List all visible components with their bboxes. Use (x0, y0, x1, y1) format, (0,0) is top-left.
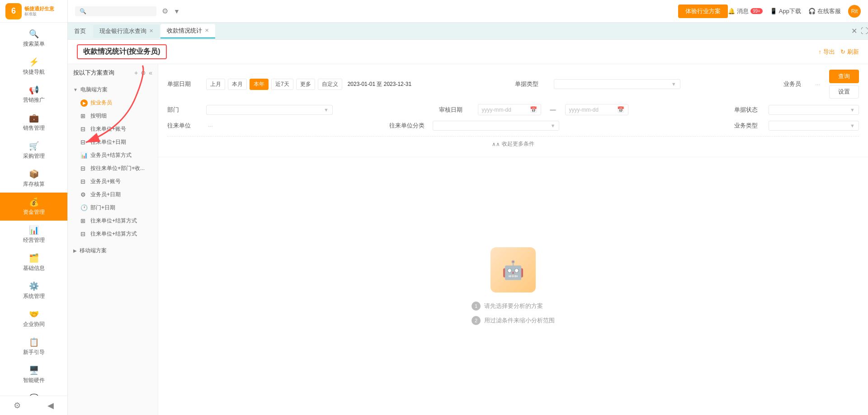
tab-receipt-stats[interactable]: 收款情况统计 ✕ (160, 24, 215, 38)
refresh-button[interactable]: ↻ 刷新 (840, 48, 859, 56)
sidebar-item-purchase[interactable]: 🛒 采购管理 (0, 137, 67, 165)
scheme-item-dept-date[interactable]: 🕐 部门+日期 (68, 201, 158, 214)
scheme-gear-icon[interactable]: ⚙ (141, 70, 146, 76)
sidebar-item-basic-label: 基础信息 (23, 264, 45, 272)
desktop-section-header[interactable]: ▼ 电脑端方案 (68, 83, 158, 96)
content-area: 收款情况统计(按业务员) ↑ 导出 ↻ 刷新 按以下方案查询 (68, 40, 868, 415)
topbar-search[interactable]: 🔍 (75, 6, 156, 16)
date-btn-last-month[interactable]: 上月 (206, 79, 225, 90)
monitor-icon: 🖥️ (29, 365, 39, 375)
counterparty-category-arrow: ▼ (551, 123, 556, 128)
briefcase-icon: 💼 (29, 113, 39, 123)
scheme-item-unit-account[interactable]: ⊟ 往来单位+账号 (68, 123, 158, 136)
voucher-status-arrow: ▼ (850, 107, 855, 113)
scheme-item-by-unit-dept[interactable]: ⊟ 按往来单位+部门+收... (68, 162, 158, 175)
close-window-icon[interactable]: ✕ (851, 27, 857, 35)
sidebar-item-wechat[interactable]: 💬 企业微信 (0, 389, 67, 396)
mobile-section-header[interactable]: ▶ 移动端方案 (68, 244, 158, 257)
date-label: 单据日期 (167, 80, 199, 88)
left-panel-actions: + ⚙ « (134, 69, 152, 76)
main-area: 🔍 ⚙ ▼ 体验行业方案 🔔 消息 99+ 📱 App下载 🎧 在线客服 (68, 0, 868, 415)
cart-icon: 🛒 (29, 141, 39, 151)
date-options: 上月 本月 本年 近7天 更多 自定义 2023-01-01 至 2023-12… (206, 79, 411, 90)
empty-step-1: 1 请先选择要分析的方案 (472, 302, 555, 311)
app-download-item[interactable]: 📱 App下载 (770, 7, 801, 15)
scheme-item-by-salesperson[interactable]: ▶ 按业务员 (68, 96, 158, 109)
sidebar-item-basic[interactable]: 🗂️ 基础信息 (0, 249, 67, 277)
trial-button[interactable]: 体验行业方案 (678, 5, 728, 18)
scheme-item-unit-date[interactable]: ⊟ 往来单位+日期 (68, 136, 158, 149)
table-icon-3: ⊟ (80, 165, 88, 172)
sidebar-item-marketing[interactable]: 📢 营销推广 (0, 80, 67, 108)
flash-icon: ⚡ (29, 57, 39, 67)
sidebar-item-finance[interactable]: 💰 资金管理 (0, 193, 67, 221)
review-date-to[interactable]: yyyy-mm-dd 📅 (565, 104, 628, 115)
body-layout: 按以下方案查询 + ⚙ « ▼ 电脑端方案 ▶ (68, 64, 868, 415)
scheme-item-label-unit-account: 往来单位+账号 (90, 125, 126, 133)
collapse-panel-icon[interactable]: « (149, 69, 152, 76)
tab-bank-flow[interactable]: 现金银行流水查询 ✕ (93, 24, 160, 38)
scheme-item-salesperson-date[interactable]: ⚙ 业务员+日期 (68, 188, 158, 201)
sidebar-item-search[interactable]: 🔍 搜索菜单 (0, 24, 67, 52)
business-type-select[interactable]: ▼ (769, 121, 859, 131)
filter-actions: 查询 设置 (829, 70, 859, 99)
sidebar-item-operation[interactable]: 📊 经营管理 (0, 221, 67, 249)
mobile-expand-arrow: ▶ (73, 248, 77, 253)
date-btn-this-year[interactable]: 本年 (250, 79, 269, 90)
review-date-label: 审核日期 (439, 106, 471, 114)
money-icon: 💰 (29, 197, 39, 207)
sidebar-item-enterprise[interactable]: 🤝 企业协同 (0, 305, 67, 333)
empty-state: 🤖 1 请先选择要分析的方案 2 用过滤条件来缩小分析范围 (158, 157, 868, 415)
add-scheme-icon[interactable]: + (134, 69, 138, 76)
notification-badge: 99+ (750, 8, 763, 14)
tab-receipt-stats-close[interactable]: ✕ (205, 28, 209, 33)
settings-button[interactable]: 设置 (829, 85, 859, 99)
scheme-item-salesperson-account[interactable]: ⊟ 业务员+账号 (68, 175, 158, 188)
query-button[interactable]: 查询 (829, 70, 859, 83)
collapse-filters-button[interactable]: ∧∧ 收起更多条件 (167, 136, 859, 151)
date-btn-more[interactable]: 更多 (296, 79, 315, 90)
sidebar-item-system-label: 系统管理 (23, 292, 45, 300)
notification-item[interactable]: 🔔 消息 99+ (728, 7, 763, 15)
topbar-gear-icon[interactable]: ⚙ (162, 7, 168, 15)
table-icon-5: ⊟ (80, 231, 88, 237)
collapse-sidebar-icon[interactable]: ◀ (47, 401, 54, 410)
sidebar-item-hardware[interactable]: 🖥️ 智能硬件 (0, 361, 67, 389)
sidebar-item-stock[interactable]: 📦 库存核算 (0, 165, 67, 193)
review-from-placeholder: yyyy-mm-dd (482, 107, 530, 113)
export-button[interactable]: ↑ 导出 (819, 48, 835, 56)
sidebar-item-guide[interactable]: 📋 新手引导 (0, 333, 67, 361)
scheme-item-salesperson-settlement[interactable]: 📊 业务员+结算方式 (68, 149, 158, 162)
tab-bank-flow-close[interactable]: ✕ (149, 28, 153, 34)
settings-bottom-icon[interactable]: ⚙ (14, 401, 21, 410)
scheme-item-unit-settlement2[interactable]: ⊟ 往来单位+结算方式 (68, 227, 158, 241)
user-avatar[interactable]: Rit (848, 5, 861, 18)
date-btn-this-month[interactable]: 本月 (228, 79, 247, 90)
counterparty-category-select[interactable]: ▼ (433, 121, 559, 131)
sidebar-item-operation-label: 经营管理 (23, 236, 45, 244)
scheme-item-label-unit-settlement1: 往来单位+结算方式 (90, 217, 137, 225)
sidebar-nav: 🔍 搜索菜单 ⚡ 快捷导航 📢 营销推广 💼 销售管理 🛒 采购管理 📦 库存核… (0, 23, 67, 396)
topbar-chevron-icon[interactable]: ▼ (174, 8, 180, 15)
salesperson-label: 业务员 (783, 80, 806, 88)
scheme-section-desktop: ▼ 电脑端方案 ▶ 按业务员 ⊞ 按明细 ⊟ 往来单位+账号 (68, 81, 158, 242)
salesperson-dots[interactable]: ··· (815, 81, 820, 88)
maximize-icon[interactable]: ⛶ (861, 27, 868, 35)
sidebar-item-enterprise-label: 企业协同 (23, 321, 45, 328)
counterparty-dots[interactable]: ··· (208, 123, 213, 129)
sidebar-item-system[interactable]: ⚙️ 系统管理 (0, 277, 67, 305)
sidebar-item-quick-nav[interactable]: ⚡ 快捷导航 (0, 52, 67, 80)
voucher-status-select[interactable]: ▼ (769, 105, 859, 115)
scheme-item-by-detail[interactable]: ⊞ 按明细 (68, 109, 158, 123)
review-date-from[interactable]: yyyy-mm-dd 📅 (478, 104, 541, 115)
dept-select[interactable]: ▼ (206, 105, 333, 115)
date-btn-custom[interactable]: 自定义 (318, 79, 342, 90)
step-2-text: 用过滤条件来缩小分析范围 (484, 316, 555, 325)
search-icon: 🔍 (29, 29, 39, 39)
date-btn-7days[interactable]: 近7天 (271, 79, 293, 90)
online-service-item[interactable]: 🎧 在线客服 (808, 7, 841, 15)
voucher-type-select[interactable]: ▼ (554, 79, 680, 89)
tab-home[interactable]: 首页 (68, 24, 92, 38)
sidebar-item-sales[interactable]: 💼 销售管理 (0, 108, 67, 137)
scheme-item-unit-settlement1[interactable]: ⊞ 往来单位+结算方式 (68, 214, 158, 227)
